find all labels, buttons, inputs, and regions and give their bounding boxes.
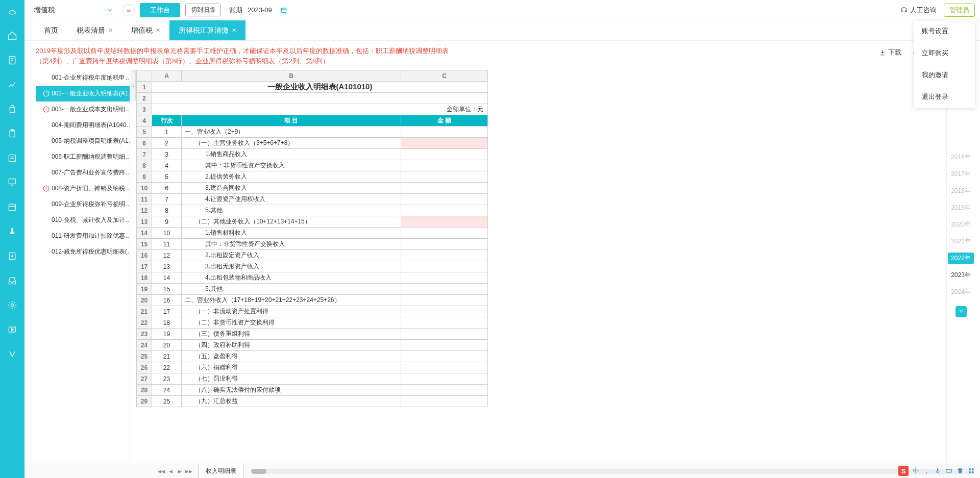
ime-skin-icon[interactable] [957, 467, 964, 474]
row-header[interactable]: 29 [137, 396, 152, 407]
form-icon[interactable] [6, 152, 18, 164]
year-item[interactable]: 2020年 [948, 219, 974, 231]
year-item[interactable]: 2024年 [948, 286, 974, 298]
row-header[interactable]: 20 [137, 295, 152, 306]
subtab[interactable]: 增值税✕ [122, 20, 169, 40]
ime-punct[interactable]: ， [923, 466, 930, 475]
form-list-item[interactable]: 011-研发费用加计扣除优惠… [36, 228, 130, 244]
round-button-icon[interactable]: ≡ [122, 4, 135, 16]
amount-cell[interactable] [401, 250, 488, 261]
amount-cell[interactable] [401, 329, 488, 340]
amount-cell[interactable] [401, 362, 488, 373]
ime-logo-icon[interactable]: S [898, 466, 909, 476]
row-header[interactable]: 16 [137, 250, 152, 261]
form-list-item[interactable]: 008-资产折旧、摊销及纳税… [36, 181, 130, 196]
row-header[interactable]: 8 [137, 160, 152, 171]
col-header[interactable]: B [182, 70, 401, 82]
row-header[interactable]: 23 [137, 329, 152, 340]
switch-old-button[interactable]: 切到旧版 [185, 4, 221, 16]
home-icon[interactable] [6, 30, 18, 42]
consult-link[interactable]: 人工咨询 [900, 6, 937, 15]
amount-cell[interactable] [401, 340, 488, 351]
amount-cell[interactable] [401, 295, 488, 306]
amount-cell[interactable] [401, 396, 488, 407]
amount-cell[interactable] [401, 272, 488, 284]
sheet-nav-last-icon[interactable]: ▶▶ [185, 467, 193, 475]
row-header[interactable]: 6 [137, 138, 152, 149]
row-header[interactable]: 22 [137, 317, 152, 329]
row-header[interactable]: 28 [137, 385, 152, 396]
row-header[interactable]: 17 [137, 261, 152, 272]
form-list-item[interactable]: 012-减免所得税优惠明细表(… [36, 244, 130, 260]
form-list-item[interactable]: 005-纳税调整项目明细表(A1… [36, 133, 130, 149]
row-header[interactable]: 14 [137, 228, 152, 239]
row-header[interactable]: 19 [137, 284, 152, 295]
calendar-picker-icon[interactable] [280, 7, 287, 14]
row-header[interactable]: 15 [137, 239, 152, 250]
h-scrollbar[interactable] [251, 467, 973, 475]
row-header[interactable]: 27 [137, 373, 152, 385]
amount-cell[interactable] [401, 183, 488, 194]
admin-button[interactable]: 管理员 [944, 4, 975, 17]
amount-cell[interactable] [401, 194, 488, 205]
form-list-item[interactable]: 006-职工薪酬纳税调整明细… [36, 149, 130, 165]
row-header[interactable]: 25 [137, 351, 152, 362]
row-header[interactable]: 21 [137, 306, 152, 317]
badge-icon[interactable] [6, 177, 18, 189]
ime-grid-icon[interactable] [968, 467, 975, 474]
form-list-item[interactable]: 007-广告费和业务宣传费跨… [36, 165, 130, 181]
amount-cell[interactable] [401, 149, 488, 160]
form-list-item[interactable]: 003-一般企业成本支出明细… [36, 102, 130, 117]
period-value[interactable]: 2023-09 [248, 6, 272, 14]
workbench-button[interactable]: 工作台 [140, 3, 180, 17]
year-item[interactable]: 2019年 [948, 202, 974, 214]
col-header[interactable]: C [401, 70, 488, 82]
amount-cell[interactable] [401, 216, 488, 228]
amount-cell[interactable] [401, 351, 488, 362]
amount-cell[interactable] [401, 385, 488, 396]
sheet-nav-first-icon[interactable]: ◀◀ [157, 467, 165, 475]
v-icon[interactable] [6, 348, 18, 360]
year-item[interactable]: 2018年 [948, 185, 974, 197]
year-item[interactable]: 2022年 [948, 253, 974, 264]
close-icon[interactable]: ✕ [108, 27, 113, 34]
user-menu-buy[interactable]: 立即购买 [914, 42, 975, 64]
sheet-nav-next-icon[interactable]: ▶ [176, 467, 184, 475]
row-header[interactable]: 11 [137, 194, 152, 205]
sheet-tab[interactable]: 收入明细表 [198, 464, 244, 478]
row-header[interactable]: 4 [137, 115, 152, 127]
amount-cell[interactable] [401, 317, 488, 329]
form-list-item[interactable]: 001-企业所得税年度纳税申… [36, 70, 130, 86]
ime-mic-icon[interactable] [934, 467, 941, 474]
download-action[interactable]: 下载 [879, 48, 901, 57]
row-header[interactable]: 2 [137, 93, 152, 104]
subtab[interactable]: 所得税汇算清缴✕ [169, 20, 246, 40]
chart-icon[interactable] [6, 79, 18, 91]
amount-cell[interactable] [401, 239, 488, 250]
row-header[interactable]: 5 [137, 127, 152, 138]
row-header[interactable]: 18 [137, 272, 152, 284]
logo-icon[interactable] [6, 5, 18, 17]
row-header[interactable]: 3 [137, 104, 152, 115]
module-dropdown[interactable]: 增值税 [30, 4, 117, 17]
row-header[interactable]: 26 [137, 362, 152, 373]
amount-cell[interactable] [401, 138, 488, 149]
subtab[interactable]: 首页 [35, 20, 67, 40]
sheet-nav-prev-icon[interactable]: ◀ [166, 467, 175, 475]
amount-cell[interactable] [401, 205, 488, 216]
amount-cell[interactable] [401, 306, 488, 317]
user-menu-invite[interactable]: 我的邀请 [914, 64, 975, 86]
row-header[interactable]: 24 [137, 340, 152, 351]
row-header[interactable]: 7 [137, 149, 152, 160]
year-item[interactable]: 2017年 [948, 168, 974, 180]
amount-cell[interactable] [401, 228, 488, 239]
gear-icon[interactable] [6, 299, 18, 311]
amount-cell[interactable] [401, 171, 488, 183]
export-icon[interactable] [6, 250, 18, 262]
col-header[interactable]: A [152, 70, 182, 82]
subtab[interactable]: 税表清册✕ [67, 20, 122, 40]
ime-mode[interactable]: 中 [913, 466, 919, 475]
bag-icon[interactable] [6, 103, 18, 115]
row-header[interactable]: 1 [137, 82, 152, 93]
form-list-item[interactable]: 009-企业所得税弥补亏损明… [36, 196, 130, 212]
